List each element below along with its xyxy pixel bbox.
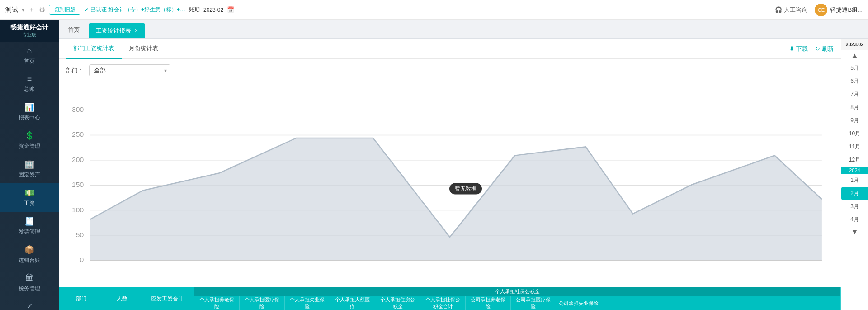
col-company-pension: 公司承担养老保险 [466, 296, 511, 310]
invoices-icon: 🧾 [24, 216, 34, 226]
refresh-icon: ↻ [815, 45, 820, 52]
svg-text:200: 200 [72, 156, 84, 163]
col-salary-label: 应发工资合计 [151, 295, 184, 303]
col-personal-medical: 个人承担医疗保险 [240, 296, 285, 310]
refresh-label: 刷新 [822, 45, 834, 53]
chart-area: 0 50 100 150 200 250 300 [59, 82, 841, 287]
date-month-6[interactable]: 6月 [841, 75, 868, 88]
header-add-icon[interactable]: ＋ [28, 5, 35, 14]
date-month-7[interactable]: 7月 [841, 88, 868, 101]
header-settings-icon[interactable]: ⚙ [39, 5, 45, 14]
left-panel: 部门工资统计表 月份统计表 ⬇ 下载 ↻ 刷新 [59, 39, 841, 310]
col-dept-label: 部门 [76, 295, 87, 303]
group-personal-insurance: 个人承担社保公积金 个人承担养老保险 个人承担医疗保险 个人承担失业保险 [194, 287, 841, 310]
date-panel-year: 2023.02 [841, 39, 868, 50]
sidebar-invoices-label: 发票管理 [19, 228, 40, 236]
salary-chart: 0 50 100 150 200 250 300 [66, 86, 834, 284]
sidebar-item-sales[interactable]: 📦 进销台账 [0, 240, 59, 269]
col-personal-housing: 个人承担住房公积金 [375, 296, 420, 310]
headset-icon: 🎧 [775, 6, 782, 13]
tooltip-text: 暂无数据 [455, 186, 476, 192]
sidebar-tax-label: 税务管理 [19, 285, 40, 292]
assets-icon: 🏢 [24, 159, 34, 169]
certified-text: 已认证 [90, 6, 107, 14]
sub-tabs: 部门工资统计表 月份统计表 ⬇ 下载 ↻ 刷新 [59, 39, 841, 59]
date-year-2024: 2024 [841, 167, 868, 174]
filter-dept-select[interactable]: 全部 行政部 财务部 销售部 技术部 [89, 64, 170, 76]
main-layout: 畅捷通好会计 专业版 ⌂ 首页 ≡ 总账 📊 报表中心 💲 资金管理 🏢 固定资… [0, 20, 868, 310]
refresh-button[interactable]: ↻ 刷新 [815, 45, 834, 53]
sidebar-sales-label: 进销台账 [19, 257, 40, 264]
date-panel-down-button[interactable]: ▼ [841, 226, 868, 238]
switch-to-old-button[interactable]: 切到旧版 [49, 5, 80, 15]
chart-tooltip: 暂无数据 [449, 183, 482, 195]
col-personal-total: 个人承担社保公积金合计 [420, 296, 466, 310]
date-month-10[interactable]: 10月 [841, 127, 868, 140]
sub-tab-dept[interactable]: 部门工资统计表 [66, 39, 122, 59]
col-personal-total-label: 个人承担社保公积金合计 [423, 296, 462, 310]
col-personal-medical-label: 个人承担医疗保险 [242, 296, 282, 310]
calendar-icon[interactable]: 📅 [227, 6, 234, 13]
tab-close-icon[interactable]: × [135, 28, 138, 34]
sidebar-item-tax[interactable]: 🏛 税务管理 [0, 269, 59, 297]
date-month-5[interactable]: 5月 [841, 62, 868, 75]
date-month-4[interactable]: 4月 [841, 213, 868, 226]
sidebar-item-funds[interactable]: 💲 资金管理 [0, 126, 59, 155]
sub-tab-monthly[interactable]: 月份统计表 [122, 39, 165, 59]
header-right: 🎧 人工咨询 CE 轻捷通B组... [775, 4, 863, 16]
svg-text:50: 50 [76, 231, 84, 238]
date-month-1[interactable]: 1月 [841, 174, 868, 187]
sidebar: 畅捷通好会计 专业版 ⌂ 首页 ≡ 总账 📊 报表中心 💲 资金管理 🏢 固定资… [0, 20, 59, 310]
top-header: 测试 ▾ ＋ ⚙ 切到旧版 ✔ 已认证 好会计（专）+好生意（标）+… 账期 2… [0, 0, 868, 20]
sub-tabs-right: ⬇ 下载 ↻ 刷新 [789, 45, 834, 53]
tab-home[interactable]: 首页 [59, 22, 89, 38]
sidebar-item-ledger[interactable]: ≡ 总账 [0, 70, 59, 98]
date-panel-up-button[interactable]: ▲ [841, 50, 868, 62]
svg-text:300: 300 [72, 105, 84, 113]
col-salary: 应发工资合计 [140, 287, 194, 310]
sidebar-item-assets[interactable]: 🏢 固定资产 [0, 155, 59, 183]
group-personal-cols: 个人承担养老保险 个人承担医疗保险 个人承担失业保险 个人承担大额医疗 [194, 296, 840, 310]
download-label: 下载 [796, 45, 808, 53]
date-month-11[interactable]: 11月 [841, 140, 868, 153]
page-content: 部门工资统计表 月份统计表 ⬇ 下载 ↻ 刷新 [59, 39, 868, 310]
date-month-2[interactable]: 2月 [841, 187, 868, 200]
group-personal-header: 个人承担社保公积金 [194, 287, 840, 296]
header-dropdown-icon[interactable]: ▾ [22, 7, 24, 13]
col-dept: 部门 [59, 287, 104, 310]
settlement-icon: ✓ [26, 301, 33, 310]
download-button[interactable]: ⬇ 下载 [789, 45, 808, 53]
date-month-3[interactable]: 3月 [841, 200, 868, 213]
col-personal-pension-label: 个人承担养老保险 [197, 296, 236, 310]
period-value: 2023-02 [203, 7, 223, 13]
user-info: CE 轻捷通B组... [815, 4, 863, 16]
col-personal-major-medical: 个人承担大额医疗 [330, 296, 375, 310]
reports-icon: 📊 [24, 102, 34, 112]
username-label[interactable]: 轻捷通B组... [830, 6, 863, 14]
logo-sub-text: 专业版 [23, 32, 36, 38]
sidebar-item-settlement[interactable]: ✓ 结账 [0, 297, 59, 310]
sidebar-salary-label: 工资 [24, 200, 35, 207]
home-icon: ⌂ [27, 46, 32, 56]
col-personal-unemployment: 个人承担失业保险 [285, 296, 330, 310]
date-month-8[interactable]: 8月 [841, 101, 868, 114]
sidebar-item-salary[interactable]: 💵 工资 [0, 183, 59, 212]
sidebar-item-invoices[interactable]: 🧾 发票管理 [0, 212, 59, 240]
filter-dept-wrapper: 全部 行政部 财务部 销售部 技术部 ▾ [89, 64, 170, 76]
tab-bar: 首页 工资统计报表 × [59, 20, 868, 39]
sidebar-item-home[interactable]: ⌂ 首页 [0, 42, 59, 70]
tab-salary-report-label: 工资统计报表 [96, 27, 131, 35]
consultant-button[interactable]: 🎧 人工咨询 [775, 6, 807, 14]
filter-dept-label: 部门： [66, 67, 84, 75]
header-test-name: 测试 [5, 6, 18, 14]
table-footer: 部门 人数 应发工资合计 个人承担社保公积金 个人承担养老保险 [59, 287, 841, 310]
sidebar-item-reports[interactable]: 📊 报表中心 [0, 98, 59, 126]
sidebar-funds-label: 资金管理 [19, 143, 40, 150]
col-personal-unemployment-label: 个人承担失业保险 [288, 296, 327, 310]
sidebar-reports-label: 报表中心 [19, 114, 40, 122]
right-date-panel: 2023.02 ▲ 5月 6月 7月 8月 9月 10月 11月 12月 202… [841, 39, 868, 310]
date-month-12[interactable]: 12月 [841, 153, 868, 167]
consultant-label: 人工咨询 [784, 6, 807, 14]
date-month-9[interactable]: 9月 [841, 114, 868, 127]
tab-salary-report[interactable]: 工资统计报表 × [89, 23, 145, 38]
